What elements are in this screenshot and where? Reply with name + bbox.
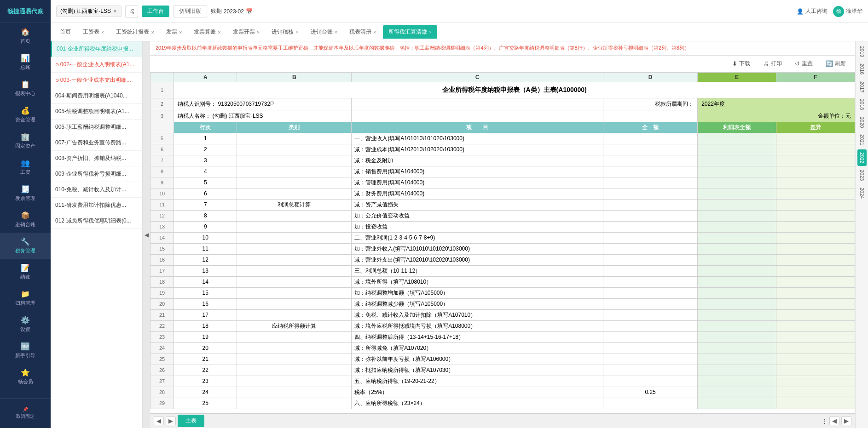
left-panel-item-008[interactable]: 008-资产折旧、摊销及纳税...: [51, 151, 142, 166]
payroll-icon: 👥: [21, 159, 30, 167]
year-nav-2020[interactable]: 2020: [857, 114, 867, 131]
tab-home[interactable]: 首页: [54, 25, 76, 39]
left-panel-item-006[interactable]: 006-职工薪酬纳税调整明细...: [51, 120, 142, 135]
scroll-left-button[interactable]: ◀: [829, 417, 839, 425]
user-menu[interactable]: 徐 徐泽华: [833, 6, 862, 17]
error-icon-002: ⊙: [55, 62, 60, 67]
table-row: 19 15 加：纳税调整增加额（填写A105000）: [150, 287, 855, 298]
sidebar-item-archive[interactable]: 📁 归档管理: [0, 285, 51, 311]
year-nav: 2019 2016 2017 2018 2020 2021 2022 2023 …: [855, 41, 868, 428]
sheet-title: 企业所得税年度纳税申报表（A类）主表(A100000): [174, 82, 855, 98]
tab-close-invoice[interactable]: ×: [179, 29, 182, 35]
tab-invoice-calc[interactable]: 发票算账 ×: [188, 25, 226, 39]
table-row: 16 12 减：营业外支出(填写A102010\102020\103000): [150, 254, 855, 265]
print-icon-btn[interactable]: 🖨: [125, 5, 138, 18]
tab-purchase-audit[interactable]: 进销稽核 ×: [266, 25, 304, 39]
calendar-icon[interactable]: 📅: [246, 8, 253, 15]
table-row: 27 23 五、应纳税所得额（19-20-21-22）: [150, 376, 855, 387]
reset-button[interactable]: ↺ 重置: [791, 58, 816, 69]
left-panel-item-003[interactable]: ⊙ 003-一般企业成本支出明细...: [51, 73, 142, 88]
left-panel-item-009[interactable]: 009-企业所得税补亏损明细...: [51, 166, 142, 182]
year-nav-2023[interactable]: 2023: [857, 167, 867, 183]
left-panel-item-004[interactable]: 004-期间费用明细表(A1040...: [51, 88, 142, 104]
sidebar-item-newbie[interactable]: 🆕 新手引导: [0, 337, 51, 364]
tab-close-purchase-audit[interactable]: ×: [295, 29, 298, 35]
tab-invoice[interactable]: 发票 ×: [161, 25, 187, 39]
service-button[interactable]: 👤 人工咨询: [797, 7, 827, 15]
sidebar-item-reports[interactable]: 📋 报表中心: [0, 75, 51, 102]
col-a-header: A: [174, 72, 237, 82]
newbie-icon: 🆕: [21, 342, 30, 351]
year-nav-2017[interactable]: 2017: [857, 79, 867, 95]
currency-label: 金额单位：元: [818, 113, 851, 119]
tab-payroll[interactable]: 工资表 ×: [77, 25, 110, 39]
table-row: 7 3 减：税金及附加: [150, 155, 855, 166]
sidebar-item-vip[interactable]: ⭐ 畅会员: [0, 364, 51, 390]
company-selector[interactable]: (勾删) 江西服宝-LSS ▼: [56, 6, 122, 17]
left-panel-item-012[interactable]: 012-减免所得税优惠明细表(0...: [51, 213, 142, 229]
sidebar-bottom: 📌 取消固定: [0, 398, 51, 428]
sheet-area[interactable]: A B C D E F 1 企业所得税年度纳税申报表（A类）主表(A100000…: [150, 72, 855, 413]
download-button[interactable]: ⬇ 下载: [729, 58, 754, 69]
left-panel-item-002[interactable]: ⊙ 002-一般企业收入明细表(A1...: [51, 57, 142, 73]
tab-purchase-ledger[interactable]: 进销台账 ×: [305, 25, 343, 39]
scroll-right-button[interactable]: ▶: [841, 417, 851, 425]
year-nav-2024[interactable]: 2024: [857, 185, 867, 201]
left-panel-item-007[interactable]: 007-广告费和业务宣传费路...: [51, 135, 142, 151]
panel-collapse-button[interactable]: ◀: [143, 41, 150, 428]
year-nav-2018[interactable]: 2018: [857, 96, 867, 113]
tab-income-tax[interactable]: 所得税汇算清缴 ×: [383, 25, 437, 39]
app-logo: 畅捷通易代账: [0, 0, 51, 23]
tax-icon: 🔧: [21, 237, 30, 246]
sidebar-item-home[interactable]: 🏠 首页: [0, 23, 51, 49]
sheet-prev-button[interactable]: ◀: [154, 417, 164, 425]
year-nav-2019[interactable]: 2019: [857, 43, 867, 60]
col-chayi-header: 差异: [776, 122, 855, 133]
sidebar-item-tax[interactable]: 🔧 税务管理: [0, 233, 51, 259]
vip-icon: ⭐: [21, 368, 30, 377]
sidebar-item-purchase-sales[interactable]: 📦 进销台账: [0, 206, 51, 233]
tab-close-income-tax[interactable]: ×: [429, 29, 432, 35]
left-panel-item-010[interactable]: 010-免税、减计收入及加计...: [51, 182, 142, 198]
tab-close-payroll-stats[interactable]: ×: [151, 29, 154, 35]
company-name: (勾删) 江西服宝-LSS: [60, 7, 111, 15]
sheet-tab-main[interactable]: 主表: [178, 415, 204, 427]
sidebar-item-invoice[interactable]: 🧾 发票管理: [0, 180, 51, 206]
sidebar-item-settings[interactable]: ⚙️ 设置: [0, 311, 51, 337]
left-panel-item-011[interactable]: 011-研发费用加计扣除优惠...: [51, 198, 142, 213]
tab-tax-clear[interactable]: 税表清册 ×: [344, 25, 382, 39]
year-nav-2022[interactable]: 2022: [857, 149, 867, 166]
main-area: (勾删) 江西服宝-LSS ▼ 🖨 工作台 切到旧版 账期 2023-02 📅 …: [51, 0, 868, 428]
cutover-button[interactable]: 切到旧版: [173, 5, 207, 17]
workspace-button[interactable]: 工作台: [142, 6, 169, 17]
left-panel-item-005[interactable]: 005-纳税调整项目明细表(A1...: [51, 104, 142, 120]
year-nav-2016[interactable]: 2016: [857, 61, 867, 77]
sidebar-item-assets[interactable]: 🏢 固定资产: [0, 128, 51, 154]
close-account-icon: 📝: [21, 263, 30, 272]
unpin-button[interactable]: 📌 取消固定: [0, 402, 51, 424]
service-icon: 👤: [797, 8, 804, 15]
sidebar-item-payroll[interactable]: 👥 工资: [0, 154, 51, 180]
refresh-button[interactable]: 🔄 刷新: [822, 58, 850, 69]
tab-close-tax-clear[interactable]: ×: [373, 29, 376, 35]
table-row: 14 10 二、营业利润(1-2-3-4-5-6-7-8+9): [150, 232, 855, 243]
tab-close-invoice-open[interactable]: ×: [257, 29, 260, 35]
tab-close-invoice-calc[interactable]: ×: [218, 29, 220, 35]
sheet-next-button[interactable]: ▶: [166, 417, 176, 425]
year-nav-2021[interactable]: 2021: [857, 131, 867, 148]
tab-payroll-stats[interactable]: 工资统计报表 ×: [110, 25, 159, 39]
tab-invoice-open[interactable]: 发票开票 ×: [227, 25, 265, 39]
sidebar-item-general-ledger[interactable]: 📊 总账: [0, 49, 51, 75]
sidebar-item-close-account[interactable]: 📝 结账: [0, 259, 51, 285]
left-panel: 001-企业所得税年度纳税申报... ⊙ 002-一般企业收入明细表(A1...…: [51, 41, 143, 428]
sidebar-item-funds[interactable]: 💰 资金管理: [0, 102, 51, 128]
tab-close-payroll[interactable]: ×: [101, 29, 104, 35]
tab-close-purchase-ledger[interactable]: ×: [335, 29, 337, 35]
print-button[interactable]: 🖨 打印: [759, 58, 786, 69]
left-panel-item-001[interactable]: 001-企业所得税年度纳税申报...: [51, 41, 142, 57]
table-row: 25 21 减：弥补以前年度亏损（填写A106000）: [150, 354, 855, 365]
print-toolbar-icon: 🖨: [763, 60, 769, 67]
content-area: 001-企业所得税年度纳税申报... ⊙ 002-一般企业收入明细表(A1...…: [51, 41, 868, 428]
archive-icon: 📁: [21, 290, 30, 298]
warning-bar: 2019年度步及取以前年度延续数据的申报表单元格需要手工维护正确，才能保证本年及…: [150, 41, 855, 56]
